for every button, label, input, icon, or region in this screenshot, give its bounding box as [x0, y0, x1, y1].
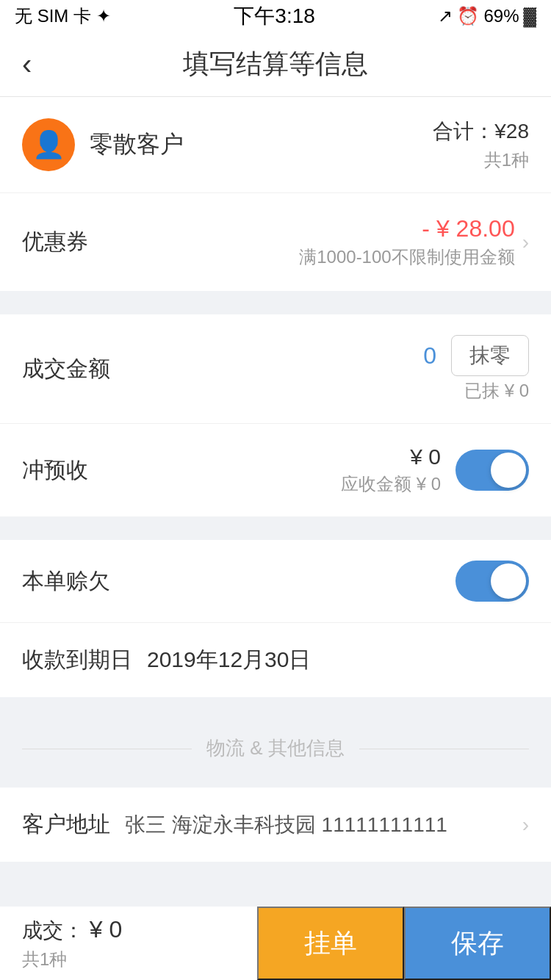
save-button[interactable]: 保存 [404, 907, 551, 980]
customer-row: 👤 零散客户 合计：¥28 共1种 [0, 97, 551, 192]
back-button[interactable]: ‹ [22, 48, 32, 81]
prepayment-toggle[interactable] [455, 450, 529, 491]
battery-text: 69% [483, 6, 519, 26]
bottom-count: 共1种 [22, 948, 235, 971]
debt-row: 本单赊欠 [0, 540, 551, 623]
logistics-divider: 物流 & 其他信息 [0, 721, 551, 776]
due-date-label: 收款到期日 [22, 645, 132, 675]
section-divider-3 [0, 709, 551, 721]
coupon-label: 优惠券 [22, 227, 88, 257]
deal-amount-value: 0 [423, 342, 436, 370]
address-label: 客户地址 [22, 810, 110, 840]
coupon-row[interactable]: 优惠券 - ¥ 28.00 满1000-100不限制使用金额 › [0, 192, 551, 291]
deal-amount-label: 成交金额 [22, 354, 110, 384]
customer-left: 👤 零散客户 [22, 118, 184, 171]
chevron-right-icon: › [522, 231, 529, 254]
address-value: 张三 海淀永丰科技园 11111111111 [125, 811, 522, 839]
debt-toggle[interactable] [455, 561, 529, 602]
coupon-desc: 满1000-100不限制使用金额 [299, 245, 514, 269]
alarm-icon: ⏰ [457, 6, 479, 26]
customer-section: 👤 零散客户 合计：¥28 共1种 优惠券 - ¥ 28.00 满1000-10… [0, 97, 551, 291]
round-button[interactable]: 抹零 [451, 335, 529, 376]
prepayment-amounts: ¥ 0 应收金额 ¥ 0 [341, 444, 441, 496]
nav-bar: ‹ 填写结算等信息 [0, 32, 551, 97]
customer-name: 零散客户 [90, 129, 184, 161]
due-date-value: 2019年12月30日 [147, 645, 311, 675]
address-section: 客户地址 张三 海淀永丰科技园 11111111111 › [0, 788, 551, 862]
debt-toggle-knob [491, 563, 526, 599]
prepayment-row: 冲预收 ¥ 0 应收金额 ¥ 0 [0, 424, 551, 516]
prepayment-amount: ¥ 0 [341, 444, 441, 469]
battery-icon: ▓ [524, 6, 537, 26]
toggle-knob [491, 453, 526, 488]
total-amount: 合计：¥28 [433, 118, 529, 145]
bottom-deal-amount: ¥ 0 [90, 916, 122, 943]
status-bar: 无 SIM 卡 ✦ 下午3:18 ↗ ⏰ 69% ▓ [0, 0, 551, 32]
debt-label: 本单赊欠 [22, 566, 110, 597]
prepayment-subtext: 应收金额 ¥ 0 [341, 472, 441, 496]
avatar-icon: 👤 [32, 129, 65, 160]
bottom-info: 成交： ¥ 0 共1种 [0, 916, 257, 971]
section-divider-1 [0, 303, 551, 314]
coupon-amount: - ¥ 28.00 [299, 215, 514, 242]
debt-section: 本单赊欠 收款到期日 2019年12月30日 [0, 540, 551, 697]
section-divider-4 [0, 776, 551, 788]
logistics-text: 物流 & 其他信息 [192, 735, 359, 761]
status-time: 下午3:18 [234, 2, 315, 30]
section-divider-2 [0, 528, 551, 540]
deal-amount-row: 成交金额 0 抹零 已抹 ¥ 0 [0, 314, 551, 424]
coupon-right-text: - ¥ 28.00 满1000-100不限制使用金额 [299, 215, 514, 269]
bottom-bar: 成交： ¥ 0 共1种 挂单 保存 [0, 907, 551, 980]
total-count: 共1种 [433, 148, 529, 172]
status-left: 无 SIM 卡 ✦ [15, 4, 111, 28]
main-content: 👤 零散客户 合计：¥28 共1种 优惠券 - ¥ 28.00 满1000-10… [0, 97, 551, 980]
location-icon: ↗ [438, 6, 453, 26]
avatar: 👤 [22, 118, 75, 171]
prepayment-right: ¥ 0 应收金额 ¥ 0 [341, 444, 529, 496]
hold-button[interactable]: 挂单 [257, 907, 404, 980]
deal-amount-subtext: 已抹 ¥ 0 [423, 379, 529, 403]
address-row[interactable]: 客户地址 张三 海淀永丰科技园 11111111111 › [0, 788, 551, 862]
address-chevron-icon: › [522, 813, 529, 837]
no-sim-text: 无 SIM 卡 ✦ [15, 4, 111, 28]
bottom-deal-label: 成交： [22, 919, 84, 942]
page-title: 填写结算等信息 [183, 46, 368, 82]
bottom-deal-row: 成交： ¥ 0 [22, 916, 235, 945]
prepayment-label: 冲预收 [22, 455, 88, 486]
deal-amount-right: 0 抹零 已抹 ¥ 0 [423, 335, 529, 403]
status-right: ↗ ⏰ 69% ▓ [438, 6, 536, 26]
deal-amount-controls: 0 抹零 [423, 335, 529, 376]
due-date-row: 收款到期日 2019年12月30日 [0, 623, 551, 697]
deal-section: 成交金额 0 抹零 已抹 ¥ 0 冲预收 ¥ 0 应收金额 ¥ 0 [0, 314, 551, 516]
coupon-right: - ¥ 28.00 满1000-100不限制使用金额 › [299, 215, 529, 269]
customer-right: 合计：¥28 共1种 [433, 118, 529, 172]
